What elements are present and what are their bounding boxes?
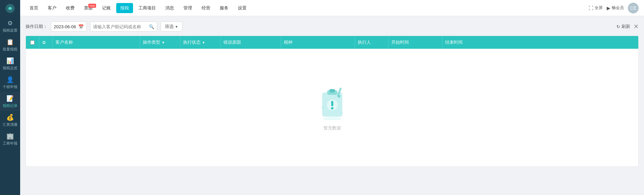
member-button[interactable]: ▶ 畅会员: [607, 5, 624, 11]
data-table: ⚙ 客户名称 操作类型 ▼ 执行状态 ▼ 错误原因: [26, 36, 639, 167]
empty-text: 暂无数据: [324, 125, 341, 131]
topnav-jizhang[interactable]: 记账: [98, 3, 115, 13]
sort-icon: ▼: [202, 41, 205, 44]
table-header: ⚙ 客户名称 操作类型 ▼ 执行状态 ▼ 错误原因: [26, 36, 638, 49]
th-jieshu-shijian: 结束时间: [442, 36, 496, 49]
sidebar-item-baoshui-shezhi[interactable]: ⚙ 报税设置: [0, 17, 20, 36]
settings-icon: ⚙: [7, 20, 13, 27]
fullscreen-icon: ⛶: [589, 5, 593, 11]
member-label: 畅会员: [612, 5, 624, 11]
sidebar-item-huisuan-jiaona[interactable]: 💰 汇算清缴: [0, 111, 20, 130]
filter-button[interactable]: 筛选 ▼: [161, 22, 183, 32]
topnav-right: ⛶ 全屏 ▶ 畅会员 CE: [589, 3, 639, 13]
th-shuizhong: 税种: [281, 36, 355, 49]
svg-point-11: [323, 117, 342, 120]
filter-bar: 操作日期： 2023-06-06 📅 🔍 筛选 ▼ ↻ 刷新: [26, 22, 639, 32]
topnav-piaoju[interactable]: 票据 new: [80, 3, 97, 13]
sidebar-item-baoshui-zonglang[interactable]: 📊 报税总览: [0, 54, 20, 73]
search-input[interactable]: [93, 24, 147, 29]
select-all-checkbox[interactable]: [30, 40, 35, 45]
svg-point-9: [321, 106, 324, 109]
batch-icon: 📋: [6, 38, 14, 46]
date-picker[interactable]: 2023-06-06 📅: [51, 22, 87, 32]
settings-icon: ⚙: [42, 40, 46, 45]
th-cuowu-yuanyin: 错误原因: [221, 36, 281, 49]
sidebar-item-label: 工商年报: [3, 141, 17, 146]
person-icon: 👤: [6, 76, 14, 83]
th-kaishi-shijian: 开始时间: [389, 36, 442, 49]
page-content: 操作日期： 2023-06-06 📅 🔍 筛选 ▼ ↻ 刷新: [20, 16, 644, 195]
topnav: 首页 客户 收费 票据 new 记账 报税 工商项目 消息 管理 经营 服务 设…: [20, 0, 644, 16]
fullscreen-button[interactable]: ⛶ 全屏: [589, 5, 603, 11]
th-zhixing-zhuangtai[interactable]: 执行状态 ▼: [180, 36, 221, 49]
search-box[interactable]: 🔍: [90, 22, 157, 32]
overview-icon: 📊: [6, 57, 14, 65]
content-area: 操作日期： 2023-06-06 📅 🔍 筛选 ▼ ↻ 刷新: [20, 16, 644, 195]
calendar-icon: 📅: [78, 24, 84, 29]
sidebar-item-piliang-baoshui[interactable]: 📋 批量报税: [0, 36, 20, 54]
th-caozuo-leixing[interactable]: 操作类型 ▼: [140, 36, 180, 49]
svg-rect-5: [331, 101, 333, 106]
th-kehu-mingcheng: 客户名称: [53, 36, 140, 49]
play-icon: ▶: [607, 5, 610, 11]
refresh-icon: ↻: [616, 24, 620, 29]
sidebar-item-label: 报税设置: [3, 28, 17, 33]
topnav-xiaoxi[interactable]: 消息: [161, 3, 178, 13]
record-icon: 📝: [6, 95, 14, 102]
topnav-fuwu[interactable]: 服务: [216, 3, 232, 13]
topnav-gongshang-xiangmu[interactable]: 工商项目: [134, 3, 160, 13]
search-icon: 🔍: [149, 24, 154, 29]
new-badge: new: [88, 4, 96, 8]
svg-point-6: [331, 107, 333, 110]
table-body: 暂无数据: [26, 49, 638, 166]
filter-bar-right: ↻ 刷新 ✕: [616, 24, 639, 30]
topnav-home[interactable]: 首页: [26, 3, 42, 13]
sidebar-item-label: 报税总览: [3, 66, 17, 71]
fullscreen-label: 全屏: [595, 5, 603, 11]
topnav-shoufei[interactable]: 收费: [62, 3, 79, 13]
chevron-down-icon: ▼: [175, 25, 178, 29]
topnav-kehu[interactable]: 客户: [44, 3, 60, 13]
main-wrapper: 首页 客户 收费 票据 new 记账 报税 工商项目 消息 管理 经营 服务 设…: [20, 0, 644, 195]
payment-icon: 💰: [6, 114, 14, 121]
close-button[interactable]: ✕: [634, 24, 639, 30]
date-value: 2023-06-06: [54, 24, 76, 29]
sidebar-item-label: 报税记录: [3, 103, 17, 108]
filter-label-text: 筛选: [165, 24, 174, 30]
th-checkbox[interactable]: [26, 36, 39, 49]
date-label: 操作日期：: [26, 24, 47, 30]
sidebar-item-geshuishenbao[interactable]: 👤 个税申报: [0, 73, 20, 92]
svg-point-10: [341, 112, 343, 114]
refresh-button[interactable]: ↻ 刷新: [616, 24, 630, 30]
svg-rect-3: [330, 89, 335, 92]
th-zhixing-ren: 执行人: [355, 36, 389, 49]
topnav-baoshui[interactable]: 报税: [116, 3, 133, 13]
refresh-label: 刷新: [621, 24, 630, 30]
sidebar-item-label: 个税申报: [3, 84, 17, 89]
sidebar: ⚙ 报税设置 📋 批量报税 📊 报税总览 👤 个税申报 📝 报税记录 💰 汇算清…: [0, 0, 20, 195]
th-settings[interactable]: ⚙: [39, 36, 53, 49]
topnav-guanli[interactable]: 管理: [179, 3, 196, 13]
sidebar-item-baoshui-jilu[interactable]: 📝 报税记录: [0, 92, 20, 111]
topnav-shezhi[interactable]: 设置: [234, 3, 251, 13]
topnav-jingying[interactable]: 经营: [198, 3, 214, 13]
topnav-items: 首页 客户 收费 票据 new 记账 报税 工商项目 消息 管理 经营 服务 设…: [26, 3, 589, 13]
avatar[interactable]: CE: [628, 3, 639, 13]
company-icon: 🏢: [6, 132, 14, 140]
sidebar-logo: [0, 0, 20, 17]
sidebar-item-label: 汇算清缴: [3, 122, 17, 127]
empty-illustration: [315, 84, 349, 121]
sort-icon: ▼: [162, 41, 165, 44]
sidebar-item-label: 批量报税: [3, 47, 17, 52]
sidebar-item-gongshang-nianbao[interactable]: 🏢 工商年报: [0, 130, 20, 149]
